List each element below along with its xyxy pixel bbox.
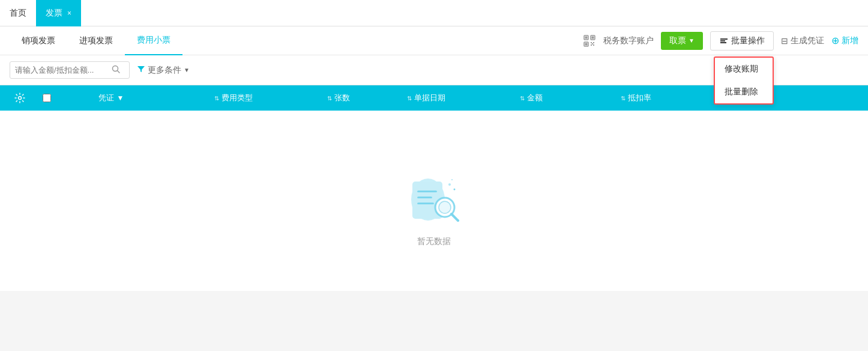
svg-rect-20: [417, 191, 437, 192]
chevron-down-icon: ▼: [184, 67, 190, 73]
th-type: ⇅ 费用类型: [164, 93, 304, 103]
svg-rect-8: [591, 44, 592, 46]
svg-point-27: [454, 189, 456, 191]
empty-illustration: [404, 166, 464, 227]
svg-line-25: [451, 214, 458, 221]
sub-nav: 销项发票 进项发票 费用小票 税务数: [0, 26, 868, 55]
svg-point-16: [19, 97, 22, 100]
th-checkbox[interactable]: [35, 94, 59, 102]
svg-line-15: [118, 71, 120, 73]
filter-icon: [137, 65, 145, 75]
svg-rect-21: [417, 197, 432, 198]
dropdown-item-batch-delete[interactable]: 批量删除: [715, 81, 773, 103]
svg-rect-11: [720, 38, 728, 40]
svg-rect-3: [592, 36, 594, 38]
generate-voucher-button[interactable]: ⊟ 生成凭证: [781, 35, 824, 46]
search-input[interactable]: [15, 66, 111, 75]
nav-home[interactable]: 首页: [10, 8, 36, 19]
batch-dropdown-menu: 修改账期 批量删除: [714, 56, 774, 105]
qupiao-label: 取票: [669, 35, 686, 46]
nav-tab-label: 发票: [46, 8, 62, 19]
chevron-down-icon: ▼: [689, 37, 695, 44]
filter-icon-voucher[interactable]: ▼: [116, 94, 124, 102]
th-date: ⇅ 单据日期: [373, 93, 478, 103]
close-icon[interactable]: ×: [67, 9, 71, 17]
svg-rect-9: [593, 44, 594, 46]
tab-incoming[interactable]: 进项发票: [67, 26, 125, 55]
sort-icon-rate: ⇅: [621, 95, 625, 102]
th-rate: ⇅ 抵扣率: [583, 93, 689, 103]
add-button[interactable]: ⊕ 新增: [831, 35, 858, 46]
svg-rect-13: [720, 42, 726, 43]
svg-rect-5: [585, 43, 588, 45]
search-wrap: [10, 61, 130, 79]
batch-button[interactable]: 批量操作: [710, 31, 774, 50]
sub-nav-left: 销项发票 进项发票 费用小票: [10, 26, 182, 55]
tax-account-button[interactable]: 税务数字账户: [603, 35, 654, 46]
sub-nav-right: 税务数字账户 取票 ▼ 批量操作 修改账期 批量删除: [583, 31, 858, 50]
tab-sales[interactable]: 销项发票: [10, 26, 67, 55]
svg-rect-22: [417, 203, 434, 204]
svg-rect-7: [593, 42, 594, 43]
svg-rect-1: [585, 36, 588, 38]
sort-icon-date: ⇅: [407, 95, 412, 102]
nav-tab-invoice[interactable]: 发票 ×: [36, 0, 81, 26]
th-voucher: 凭证 ▼: [59, 93, 164, 103]
qupiao-button[interactable]: 取票 ▼: [661, 32, 703, 50]
sort-icon-count: ⇅: [327, 95, 332, 102]
search-icon[interactable]: [111, 64, 121, 76]
qr-icon: [583, 34, 596, 47]
more-conditions-button[interactable]: 更多条件 ▼: [137, 65, 190, 76]
tab-expense[interactable]: 费用小票: [125, 26, 182, 55]
voucher-icon: ⊟: [781, 36, 788, 46]
qr-button[interactable]: [583, 34, 596, 47]
empty-text: 暂无数据: [417, 236, 451, 247]
batch-icon: [719, 36, 729, 46]
svg-rect-6: [591, 42, 592, 43]
dropdown-item-modify-period[interactable]: 修改账期: [715, 58, 773, 81]
th-amount: ⇅ 金额: [478, 93, 583, 103]
batch-wrapper: 批量操作 修改账期 批量删除: [710, 31, 774, 50]
svg-rect-10: [592, 43, 593, 44]
svg-rect-12: [720, 40, 725, 41]
add-icon: ⊕: [831, 35, 839, 46]
sort-icon-amount: ⇅: [520, 95, 525, 102]
svg-point-28: [451, 179, 453, 180]
select-all-checkbox[interactable]: [43, 94, 51, 102]
th-count: ⇅ 张数: [304, 93, 374, 103]
gear-icon: [14, 93, 25, 103]
svg-point-24: [439, 201, 451, 213]
th-gear[interactable]: [5, 93, 35, 103]
sort-icon-up: ⇅: [214, 95, 219, 102]
empty-state: 暂无数据: [0, 111, 868, 291]
svg-point-26: [448, 183, 451, 186]
top-nav: 首页 发票 ×: [0, 0, 868, 26]
